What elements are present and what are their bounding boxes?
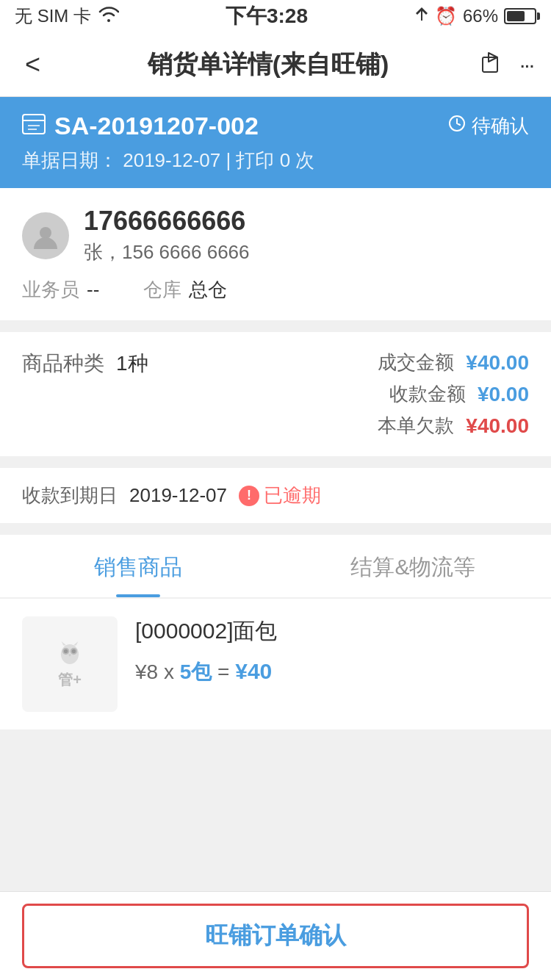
product-name: [0000002]面包 bbox=[135, 616, 529, 646]
order-id-row: SA-20191207-002 待确认 bbox=[22, 112, 529, 140]
order-date-row: 单据日期： 2019-12-07 | 打印 0 次 bbox=[22, 148, 529, 173]
warehouse-item: 仓库 总仓 bbox=[143, 277, 227, 303]
product-total: ¥40 bbox=[235, 659, 272, 683]
customer-meta: 业务员 -- 仓库 总仓 bbox=[22, 277, 529, 303]
transaction-amount-label: 成交金额 bbox=[378, 350, 454, 375]
status-text: 待确认 bbox=[472, 113, 529, 139]
unpaid-amount-row: 本单欠款 ¥40.00 bbox=[378, 413, 529, 439]
share-icon[interactable] bbox=[481, 50, 505, 79]
brand-label: 管+ bbox=[58, 670, 82, 690]
customer-info: 17666666666 张，156 6666 6666 bbox=[84, 206, 250, 265]
battery-icon bbox=[504, 8, 536, 24]
overdue-text: 已逾期 bbox=[264, 483, 321, 508]
product-info: [0000002]面包 ¥8 x 5包 = ¥40 bbox=[135, 616, 529, 686]
svg-rect-0 bbox=[483, 57, 497, 72]
unpaid-amount-label: 本单欠款 bbox=[378, 413, 454, 439]
customer-name: 张，156 6666 6666 bbox=[84, 239, 250, 265]
tabs-section: 销售商品 结算&物流等 bbox=[0, 535, 551, 599]
overdue-icon: ! bbox=[239, 486, 259, 506]
battery-percentage: 66% bbox=[463, 6, 498, 26]
product-type-row: 商品种类 1种 bbox=[22, 350, 148, 378]
collected-amount-value: ¥0.00 bbox=[478, 383, 529, 406]
wifi-icon bbox=[98, 6, 119, 26]
product-section: 管+ [0000002]面包 ¥8 x 5包 = ¥40 bbox=[0, 599, 551, 729]
product-type-label: 商品种类 bbox=[22, 350, 104, 378]
summary-left: 商品种类 1种 bbox=[22, 350, 148, 382]
transaction-amount-row: 成交金额 ¥40.00 bbox=[378, 350, 529, 375]
tab-settlement[interactable]: 结算&物流等 bbox=[276, 535, 551, 597]
svg-point-11 bbox=[72, 649, 76, 653]
product-quantity: 5包 bbox=[180, 660, 212, 683]
summary-section: 商品种类 1种 成交金额 ¥40.00 收款金额 ¥0.00 本单欠款 ¥40.… bbox=[0, 332, 551, 456]
svg-point-6 bbox=[40, 227, 51, 239]
transaction-amount-value: ¥40.00 bbox=[466, 351, 529, 375]
customer-row: 17666666666 张，156 6666 6666 bbox=[22, 206, 529, 265]
status-time: 下午3:28 bbox=[226, 2, 308, 30]
product-type-value: 1种 bbox=[116, 350, 148, 378]
nav-bar: < 销货单详情(来自旺铺) ··· bbox=[0, 32, 551, 97]
product-image: 管+ bbox=[22, 616, 118, 712]
warehouse-value: 总仓 bbox=[189, 277, 227, 303]
page-title: 销货单详情(来自旺铺) bbox=[55, 48, 481, 82]
collected-amount-row: 收款金额 ¥0.00 bbox=[389, 381, 529, 407]
due-date-label: 收款到期日 bbox=[22, 483, 118, 508]
back-button[interactable]: < bbox=[18, 42, 48, 87]
product-price-row: ¥8 x 5包 = ¥40 bbox=[135, 658, 529, 686]
tabs-row: 销售商品 结算&物流等 bbox=[0, 535, 551, 599]
sales-rep-label: 业务员 bbox=[22, 277, 79, 303]
unpaid-amount-value: ¥40.00 bbox=[466, 414, 529, 438]
bottom-bar: 旺铺订单确认 bbox=[0, 891, 551, 980]
svg-point-10 bbox=[64, 649, 68, 653]
status-left: 无 SIM 卡 bbox=[15, 4, 119, 28]
confirm-button[interactable]: 旺铺订单确认 bbox=[22, 904, 529, 968]
summary-right: 成交金额 ¥40.00 收款金额 ¥0.00 本单欠款 ¥40.00 bbox=[378, 350, 529, 439]
carrier-text: 无 SIM 卡 bbox=[15, 4, 91, 28]
more-button[interactable]: ··· bbox=[519, 52, 533, 77]
status-bar: 无 SIM 卡 下午3:28 ⏰ 66% bbox=[0, 0, 551, 32]
due-date-value: 2019-12-07 bbox=[129, 484, 227, 507]
sales-rep-value: -- bbox=[87, 278, 99, 301]
svg-rect-1 bbox=[23, 115, 45, 134]
tab-products[interactable]: 销售商品 bbox=[0, 535, 276, 597]
due-date-section: 收款到期日 2019-12-07 ! 已逾期 bbox=[0, 468, 551, 523]
sales-rep-item: 业务员 -- bbox=[22, 277, 99, 303]
order-id-icon bbox=[22, 112, 46, 140]
avatar bbox=[22, 212, 69, 259]
product-item: 管+ [0000002]面包 ¥8 x 5包 = ¥40 bbox=[22, 616, 529, 712]
order-status: 待确认 bbox=[448, 113, 529, 139]
customer-phone: 17666666666 bbox=[84, 206, 250, 237]
clock-icon bbox=[448, 115, 466, 137]
status-right: ⏰ 66% bbox=[414, 6, 536, 26]
customer-section: 17666666666 张，156 6666 6666 业务员 -- 仓库 总仓 bbox=[0, 188, 551, 320]
alarm-icon: ⏰ bbox=[435, 6, 457, 26]
warehouse-label: 仓库 bbox=[143, 277, 181, 303]
nav-actions: ··· bbox=[481, 50, 533, 79]
order-id: SA-20191207-002 bbox=[22, 112, 259, 140]
collected-amount-label: 收款金额 bbox=[389, 381, 466, 407]
overdue-badge: ! 已逾期 bbox=[239, 483, 321, 508]
location-icon bbox=[414, 6, 429, 26]
order-header: SA-20191207-002 待确认 单据日期： 2019-12-07 | 打… bbox=[0, 97, 551, 188]
